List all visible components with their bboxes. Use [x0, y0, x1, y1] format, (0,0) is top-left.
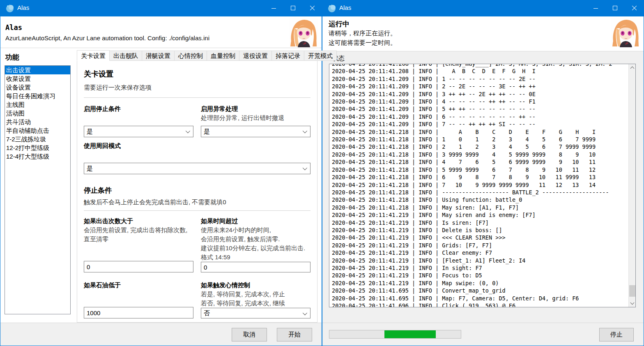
log-text: 2020-04-25 20:11:41.208 | INFO | [enemy_…: [329, 64, 635, 307]
if-emotion-trigger-select[interactable]: 否: [201, 308, 310, 318]
tab[interactable]: 开荒模式: [304, 51, 337, 61]
close-button[interactable]: [625, 0, 644, 16]
run-header: 运行中 请稍等，程序正在运行。 这可能将需要一定时间。: [322, 16, 644, 51]
pane-title: 关卡设置: [84, 69, 310, 79]
field-label: 如果触发心情控制: [201, 281, 310, 290]
tab[interactable]: 退役设置: [239, 51, 272, 61]
field-loop-mode: 使用周回模式 是: [84, 141, 310, 174]
divider: [84, 210, 310, 211]
maximize-icon: [291, 6, 295, 10]
chevron-down-icon: [303, 129, 307, 133]
window-title: Alas: [17, 4, 29, 11]
screen: Alas Alas AzurLaneAutoScript, An Azur La…: [0, 0, 644, 346]
scroll-down-button[interactable]: [629, 300, 636, 307]
section-title: 停止条件: [84, 186, 310, 195]
field-desc: 若否, 等待回复, 完成本次, 继续: [201, 299, 310, 308]
section-desc: 触发后不会马上停止会先完成当前出击, 不需要就填0: [84, 198, 310, 206]
run-footer: 停止: [322, 323, 644, 346]
settings-footer: 取消 开始: [0, 323, 322, 346]
sidebar-item[interactable]: 活动图: [5, 109, 70, 118]
sidebar-item[interactable]: 12-2打中型练级: [5, 143, 70, 152]
start-button[interactable]: 开始: [277, 328, 312, 341]
app-header: Alas AzurLaneAutoScript, An Azur Lane au…: [0, 16, 322, 48]
form-row: 如果出击次数大于 会沿用先前设置, 完成出击将扣除次数, 直至清零 如果时间超过…: [84, 217, 310, 272]
titlebar[interactable]: Alas: [322, 0, 644, 16]
minimize-button[interactable]: [264, 0, 283, 16]
close-button[interactable]: [303, 0, 322, 16]
sidebar-heading: 功能: [5, 53, 19, 62]
field-desc: 使用未来24小时内的时间,: [201, 226, 310, 235]
tab[interactable]: 关卡设置: [77, 50, 110, 61]
field-enable-exception: 启用异常处理 处理部分异常, 运行出错时撤退 是: [201, 104, 310, 137]
tab-pane-stage-settings: 关卡设置 需要运行一次来保存选项 启用停止条件 是 启用异常处理 处理部分异常,…: [77, 60, 317, 323]
sidebar-item[interactable]: 12-4打大型练级: [5, 152, 70, 161]
scrollbar-thumb[interactable]: [629, 285, 635, 297]
log-scrollbar[interactable]: [628, 64, 635, 307]
run-status-line: 请稍等，程序正在运行。: [329, 30, 396, 37]
tab-row: 关卡设置出击舰队潜艇设置心情控制血量控制退役设置掉落记录开荒模式: [77, 50, 317, 61]
if-oil-lower-input[interactable]: [84, 307, 193, 318]
field-if-count-greater: 如果出击次数大于 会沿用先前设置, 完成出击将扣除次数, 直至清零: [84, 217, 193, 272]
loop-mode-select[interactable]: 是: [84, 163, 310, 174]
alas-app-icon: [5, 4, 14, 13]
function-list[interactable]: 出击设置收菜设置设备设置每日任务困难演习主线图活动图共斗活动半自动辅助点击7-2…: [5, 65, 71, 314]
tab[interactable]: 出击舰队: [110, 51, 142, 61]
status-panel: 状态 2020-04-25 20:11:41.208 | INFO | [ene…: [322, 51, 644, 346]
cancel-button[interactable]: 取消: [232, 328, 267, 341]
field-label: 如果出击次数大于: [84, 217, 193, 226]
avatar: [289, 18, 318, 47]
app-title: Alas: [5, 23, 22, 32]
field-label: 如果时间超过: [201, 217, 310, 226]
sidebar-item[interactable]: 每日任务困难演习: [5, 92, 70, 100]
alas-settings-window: Alas Alas AzurLaneAutoScript, An Azur La…: [0, 0, 322, 346]
tab[interactable]: 掉落记录: [272, 51, 304, 61]
enable-stop-condition-select[interactable]: 是: [84, 126, 193, 137]
field-label: 使用周回模式: [84, 141, 310, 150]
maximize-icon: [613, 6, 617, 10]
field-label: 如果石油低于: [84, 281, 193, 290]
divider: [84, 97, 310, 98]
chevron-down-icon: [186, 129, 190, 133]
tab[interactable]: 潜艇设置: [142, 51, 175, 61]
stop-button[interactable]: 停止: [599, 328, 634, 341]
sidebar-item[interactable]: 主线图: [5, 100, 70, 109]
field-desc: 会沿用先前设置, 触发后清零.: [201, 235, 310, 244]
sidebar-item[interactable]: 设备设置: [5, 83, 70, 92]
log-output[interactable]: 2020-04-25 20:11:41.208 | INFO | [enemy_…: [329, 64, 636, 307]
sidebar-item[interactable]: 收菜设置: [5, 74, 70, 83]
sidebar-item[interactable]: 共斗活动: [5, 118, 70, 126]
if-count-greater-input[interactable]: [84, 261, 193, 272]
field-label: 启用停止条件: [84, 104, 193, 113]
field-desc: 处理部分异常, 运行出错时撤退: [201, 113, 310, 122]
tab[interactable]: 血量控制: [207, 51, 239, 61]
scroll-up-button[interactable]: [629, 64, 636, 71]
field-desc: 直至清零: [84, 235, 193, 244]
sidebar-item[interactable]: 7-2三战拣垃圾: [5, 135, 70, 143]
app-subtitle: AzurLaneAutoScript, An Azur Lane automat…: [5, 35, 209, 42]
settings-tab-control: 关卡设置出击舰队潜艇设置心情控制血量控制退役设置掉落记录开荒模式 关卡设置 需要…: [77, 50, 317, 323]
progress-indicator: [384, 330, 436, 338]
form-row: 如果石油低于 如果触发心情控制 若是, 等待回复, 完成本次, 停止 若否, 等…: [84, 281, 310, 318]
field-enable-stop-condition: 启用停止条件 是: [84, 104, 193, 137]
tab[interactable]: 心情控制: [175, 51, 207, 61]
maximize-button[interactable]: [283, 0, 303, 16]
field-desc: 建议提前10分钟左右, 以完成当前出击.: [201, 244, 310, 253]
pane-subtitle: 需要运行一次来保存选项: [84, 84, 310, 92]
run-status-line: 这可能将需要一定时间。: [329, 39, 396, 47]
titlebar[interactable]: Alas: [0, 0, 322, 16]
field-label: 启用异常处理: [201, 104, 310, 113]
chevron-up-icon: [630, 67, 635, 71]
chevron-down-icon: [303, 166, 307, 170]
field-desc: 若是, 等待回复, 完成本次, 停止: [201, 290, 310, 299]
sidebar-item[interactable]: 半自动辅助点击: [5, 126, 70, 135]
minimize-icon: [593, 8, 598, 9]
if-time-exceeds-input[interactable]: [201, 262, 310, 272]
maximize-button[interactable]: [605, 0, 625, 16]
minimize-icon: [271, 8, 276, 9]
form-row: 启用停止条件 是 启用异常处理 处理部分异常, 运行出错时撤退 是: [84, 104, 310, 137]
minimize-button[interactable]: [586, 0, 605, 16]
alas-app-icon: [327, 4, 336, 13]
avatar: [611, 18, 640, 47]
sidebar-item[interactable]: 出击设置: [5, 66, 70, 74]
enable-exception-select[interactable]: 是: [201, 126, 310, 137]
